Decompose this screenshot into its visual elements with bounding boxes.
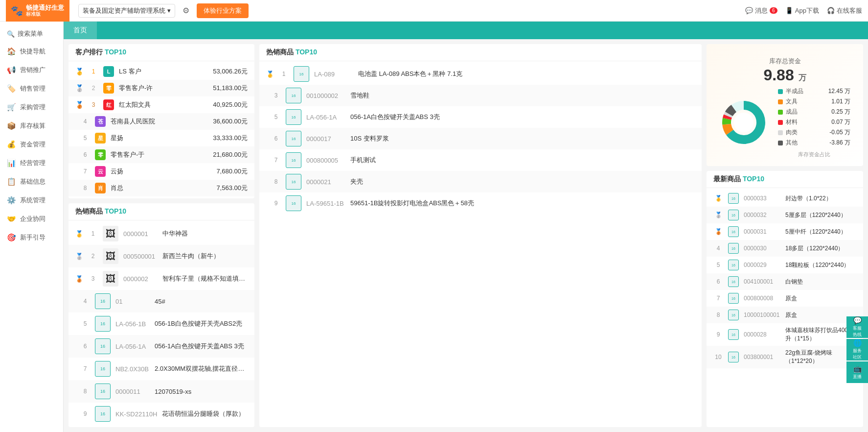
product-rank: 1	[279, 71, 289, 77]
sidebar-item-purchase[interactable]: 🛒 采购管理	[0, 98, 63, 117]
product-code: LA-056-1A	[115, 343, 150, 350]
rank-amount: 7,563.00元	[216, 184, 248, 192]
rank-avatar: 零	[103, 83, 114, 94]
system-selector[interactable]: 装备及固定资产辅助管理系统 ▾	[78, 4, 175, 18]
product-item: 4 16 01 45#	[69, 290, 254, 312]
newest-thumbnail: 16	[728, 193, 739, 204]
product-code: 0000001	[123, 230, 158, 238]
product-thumbnail-placeholder: 16	[95, 406, 111, 422]
newest-item: 🥉 16 0000031 5厘中纤（1220*2440）	[707, 223, 863, 240]
product-medal: 🥇	[75, 230, 83, 238]
sidebar-item-collab[interactable]: 🤝 企业协同	[0, 210, 63, 228]
product-code: 0000017	[306, 135, 345, 143]
rank-item: 6 16 0000017 10S 变料罗浆	[259, 128, 702, 149]
product-medal: 🥉	[75, 275, 83, 283]
sidebar-item-nav[interactable]: 🏠 快捷导航	[0, 42, 63, 61]
product-rank: 5	[80, 320, 90, 327]
product-thumbnail: 🖼	[103, 248, 118, 264]
legend-dot-semifinished	[778, 89, 783, 94]
legend-list: 半成品 12.45 万 文具 1.01 万 成品 0	[778, 86, 850, 158]
rank-avatar: 红	[103, 99, 114, 110]
newest-code: 0000029	[744, 262, 780, 268]
product-name: 056-1A白色按键开关盖ABS 3壳	[155, 342, 248, 351]
rank-number: 6	[80, 151, 90, 158]
product-code: LA-59651-1B	[306, 200, 345, 207]
sidebar-item-inventory[interactable]: 📦 库存核算	[0, 117, 63, 135]
rank-number: 3	[89, 101, 98, 108]
product-name: 10S 变料罗浆	[350, 134, 695, 143]
product-rank: 8	[271, 178, 281, 185]
newest-code: 0000032	[744, 212, 780, 218]
product-thumbnail-placeholder: 16	[95, 361, 111, 377]
newest-products-card: 最新商品 TOP10 🥇 16 0000033 封边带（1.0*22） 🥈 16…	[707, 171, 863, 427]
page-content: 客户排行 TOP10 🥇 1 L LS 客户 53,006.26元 🥈 2 零 …	[64, 39, 868, 432]
rank-avatar: 星	[95, 133, 106, 144]
product-code: 0000021	[306, 178, 345, 186]
product-rank: 3	[88, 275, 98, 282]
logo-main: 畅捷通好生意	[26, 4, 64, 12]
sidebar-item-system[interactable]: ⚙️ 系统管理	[0, 191, 63, 210]
newest-item: 8 16 10000100001 原盒	[707, 307, 863, 323]
product-name: 花语萌恒温分腿睡袋（厚款）	[162, 409, 248, 418]
top-products-mid-list: 🥇 1 16 LA-089 电池盖 LA-089 ABS本色＋黑种 7.1克 3…	[259, 61, 702, 216]
settings-button[interactable]: ⚙	[179, 4, 193, 18]
product-rank: 7	[80, 365, 90, 372]
float-btn-live[interactable]: 📺 直播	[846, 361, 868, 383]
inventory-icon: 📦	[7, 121, 16, 130]
service-icon: 🎧	[827, 7, 835, 14]
svg-point-7	[734, 113, 754, 132]
product-item: 5 16 LA-056-1B 056-1B白色按键开关壳ABS2壳	[69, 312, 254, 335]
sidebar-item-finance[interactable]: 💰 资金管理	[0, 135, 63, 154]
rank-item: 🥉 3 红 红太阳文具 40,925.00元	[69, 96, 254, 113]
legend-dot-finished	[778, 110, 783, 115]
sidebar-item-operations[interactable]: 📊 经营管理	[0, 154, 63, 172]
search-menu[interactable]: 🔍 搜索菜单	[0, 25, 63, 42]
product-medal: 🥇	[266, 71, 274, 78]
inventory-donut-chart	[719, 98, 768, 147]
newest-code: 0000028	[744, 331, 780, 338]
product-thumbnail-placeholder: 16	[286, 109, 301, 125]
tab-home[interactable]: 首页	[64, 22, 97, 39]
newest-name: 白钢垫	[785, 278, 856, 286]
product-rank: 9	[80, 410, 90, 417]
app-download-button[interactable]: 📱 App下载	[785, 6, 819, 15]
rank-item: 7 16 000800005 手机测试	[259, 149, 702, 171]
rank-name: 红太阳文具	[119, 100, 208, 109]
newest-thumbnail: 16	[728, 276, 739, 287]
rank-amount: 53,006.26元	[213, 67, 248, 76]
product-rank: 5	[271, 114, 281, 120]
product-code: 01	[115, 298, 150, 305]
search-icon: 🔍	[7, 30, 15, 38]
finance-icon: 💰	[7, 140, 16, 149]
newest-rank: 7	[713, 295, 723, 302]
float-service: 💬 客服 热线 🌐 服务 社区 📺 直播	[846, 316, 868, 383]
inventory-label: 库存总资金	[769, 57, 801, 65]
rank-item: 7 云 云扬 7,680.00元	[69, 163, 254, 180]
product-name: 12070519-xs	[155, 388, 248, 395]
product-thumbnail-placeholder: 16	[95, 316, 111, 332]
float-btn-community[interactable]: 🌐 服务 社区	[846, 339, 868, 360]
sidebar-item-sales[interactable]: 🏷️ 销售管理	[0, 79, 63, 98]
float-btn-service[interactable]: 💬 客服 热线	[846, 316, 868, 338]
product-rank: 1	[88, 230, 98, 237]
product-item: 🥈 2 🖼 000500001 新西兰牛肉（新牛）	[69, 245, 254, 267]
live-float-icon: 📺	[853, 365, 862, 373]
rank-avatar: L	[103, 66, 114, 77]
newest-item: 6 16 004100001 白钢垫	[707, 273, 863, 290]
customer-ranking-title: 客户排行 TOP10	[75, 48, 126, 57]
rank-medal: 🥈	[75, 84, 84, 92]
hot-products-card: 热销商品 TOP10 🥇 1 🖼 0000001 中华神器 🥈 2 🖼 0005…	[69, 203, 254, 427]
trial-button[interactable]: 体验行业方案	[197, 3, 249, 18]
product-name: 2.0X30MM双摆花轴,摆花直径2.1MM/ROHS	[155, 364, 248, 373]
rank-name: 苍南县人民医院	[111, 117, 208, 126]
online-service-button[interactable]: 🎧 在线客服	[827, 6, 862, 15]
newest-name: 原盒	[785, 311, 856, 319]
rank-amount: 36,600.00元	[213, 117, 248, 126]
sidebar-item-guide[interactable]: 🎯 新手引导	[0, 228, 63, 247]
sidebar-item-basic[interactable]: 📋 基础信息	[0, 172, 63, 191]
product-name: 夹壳	[350, 177, 695, 186]
system-name: 装备及固定资产辅助管理系统	[83, 6, 165, 15]
sidebar-item-marketing[interactable]: 📢 营销推广	[0, 61, 63, 79]
newest-name: 5厘中纤（1220*2440）	[785, 228, 856, 236]
message-button[interactable]: 💬 消息 6	[745, 6, 777, 15]
